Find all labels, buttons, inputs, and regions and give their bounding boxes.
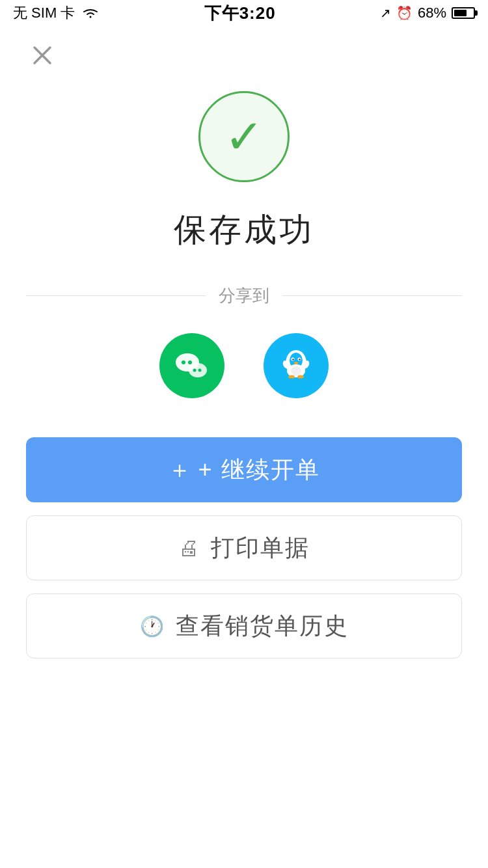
svg-point-5 bbox=[189, 363, 207, 377]
history-button-label: 查看销货单历史 bbox=[176, 610, 349, 642]
wifi-icon bbox=[81, 7, 100, 20]
divider-left bbox=[26, 295, 206, 296]
clock-icon: 🕐 bbox=[140, 615, 165, 638]
share-label: 分享到 bbox=[219, 284, 269, 307]
carrier-text: 无 SIM 卡 bbox=[13, 3, 75, 23]
print-button-label: 打印单据 bbox=[211, 532, 310, 564]
svg-point-4 bbox=[188, 360, 192, 364]
checkmark-icon: ✓ bbox=[224, 113, 264, 160]
divider-right bbox=[282, 295, 462, 296]
success-circle: ✓ bbox=[198, 91, 290, 182]
main-content: ✓ 保存成功 分享到 bbox=[0, 26, 488, 868]
svg-point-14 bbox=[294, 362, 298, 364]
share-divider: 分享到 bbox=[26, 284, 462, 307]
close-button[interactable] bbox=[26, 39, 59, 72]
continue-button-label: + 继续开单 bbox=[198, 454, 319, 486]
action-buttons: ＋ + 继续开单 🖨 打印单据 🕐 查看销货单历史 bbox=[26, 437, 462, 658]
status-right: ↗ ⏰ 68% bbox=[380, 5, 475, 21]
status-left: 无 SIM 卡 bbox=[13, 3, 100, 23]
wechat-share-button[interactable] bbox=[159, 333, 224, 398]
printer-icon: 🖨 bbox=[178, 536, 200, 560]
svg-point-18 bbox=[297, 375, 304, 379]
plus-icon: ＋ bbox=[168, 454, 193, 486]
wechat-icon bbox=[173, 349, 211, 382]
continue-button[interactable]: ＋ + 继续开单 bbox=[26, 437, 462, 502]
svg-point-3 bbox=[182, 360, 185, 364]
svg-point-13 bbox=[299, 359, 300, 360]
svg-point-6 bbox=[193, 369, 197, 372]
svg-point-12 bbox=[292, 359, 293, 360]
qq-icon bbox=[277, 346, 316, 385]
history-button[interactable]: 🕐 查看销货单历史 bbox=[26, 593, 462, 658]
status-time: 下午3:20 bbox=[204, 2, 276, 25]
print-button[interactable]: 🖨 打印单据 bbox=[26, 515, 462, 580]
status-bar: 无 SIM 卡 下午3:20 ↗ ⏰ 68% bbox=[0, 0, 488, 26]
svg-point-16 bbox=[291, 366, 301, 375]
close-icon bbox=[32, 45, 53, 66]
battery-percent: 68% bbox=[418, 5, 446, 21]
alarm-icon: ⏰ bbox=[396, 5, 413, 21]
battery-icon bbox=[452, 7, 475, 19]
location-icon: ↗ bbox=[380, 5, 391, 21]
svg-point-17 bbox=[288, 375, 295, 379]
qq-share-button[interactable] bbox=[264, 333, 329, 398]
share-section: 分享到 bbox=[26, 284, 462, 398]
svg-point-7 bbox=[198, 369, 202, 372]
share-icons bbox=[159, 333, 329, 398]
success-title: 保存成功 bbox=[174, 208, 314, 252]
